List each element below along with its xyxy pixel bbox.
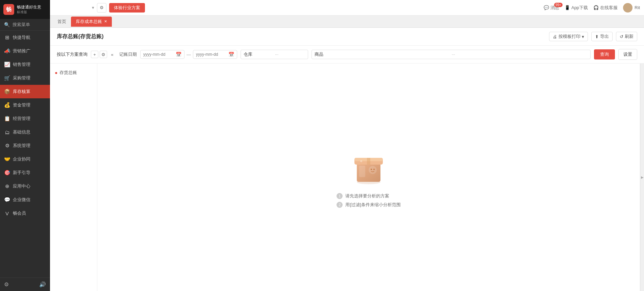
sales-icon: 📈 xyxy=(4,62,10,68)
sidebar-item-label: 经营管理 xyxy=(13,116,30,122)
sidebar-item-label: 畅会员 xyxy=(13,210,26,216)
export-label: 导出 xyxy=(600,33,609,40)
sidebar-item-label: 营销推广 xyxy=(13,48,30,54)
sidebar-item-cooperation[interactable]: 🤝 企业协同 xyxy=(0,152,50,166)
username-label: Rit xyxy=(635,5,640,10)
sidebar-item-quick-nav[interactable]: ⊞ 快捷导航 xyxy=(0,31,50,44)
refresh-label: 刷新 xyxy=(625,33,634,40)
warehouse-select[interactable]: 仓库 ··· xyxy=(241,50,308,59)
export-icon: ⬆ xyxy=(595,34,599,39)
purchase-icon: 🛒 xyxy=(4,75,10,81)
filter-bar: 按以下方案查询 + ⚙ « 记账日期 📅 — xyxy=(50,46,644,64)
print-label: 按模板打印 xyxy=(559,33,580,40)
basics-icon: 🗂 xyxy=(4,129,10,135)
phone-icon: 📱 xyxy=(565,5,570,10)
tab-home[interactable]: 首页 xyxy=(53,17,71,27)
warehouse-more-icon: ··· xyxy=(275,52,305,57)
sidebar-item-sales[interactable]: 📈 销售管理 xyxy=(0,58,50,71)
user-avatar[interactable]: Rit xyxy=(623,3,640,13)
date-to-input[interactable]: 📅 xyxy=(193,50,237,59)
print-button[interactable]: 🖨 按模板打印 ▾ xyxy=(549,32,588,41)
empty-hint-1: 1 请先选择要分析的方案 xyxy=(337,192,400,200)
breadcrumb-dropdown-icon[interactable]: ▾ xyxy=(92,5,94,10)
page-header: 库存总账(存货总账) 🖨 按模板打印 ▾ ⬆ 导出 ↺ 刷新 xyxy=(50,28,644,46)
tab-inventory-label: 库存成本总账 xyxy=(76,19,102,25)
topbar-settings-btn[interactable]: ⚙ xyxy=(97,3,106,13)
calendar-from-icon[interactable]: 📅 xyxy=(176,52,181,57)
collapse-filter-button[interactable]: « xyxy=(108,51,116,58)
settings-bottom-icon[interactable]: ⚙ xyxy=(4,281,9,288)
sidebar-search-menu[interactable]: 🔍 搜索菜单 xyxy=(0,19,50,31)
gear-icon: ⚙ xyxy=(100,5,104,10)
sidebar-menu: ⊞ 快捷导航 📣 营销推广 📈 销售管理 🛒 采购管理 📦 库存核算 💰 资金管… xyxy=(0,31,50,277)
breadcrumb-text xyxy=(54,5,89,11)
main-area: ▾ ⚙ 体验行业方案 💬 消息 99+ 📱 App下载 🎧 在线客服 Ri xyxy=(50,0,644,291)
operations-icon: 📋 xyxy=(4,116,10,122)
goods-select[interactable]: 商品 ··· xyxy=(312,50,591,59)
inventory-icon: 📦 xyxy=(4,89,10,95)
calendar-to-icon[interactable]: 📅 xyxy=(228,52,234,57)
sidebar-item-label: 快捷导航 xyxy=(13,34,30,41)
date-from-input[interactable]: 📅 xyxy=(140,50,184,59)
tab-close-icon[interactable]: ✕ xyxy=(104,19,107,24)
search-icon: 🔍 xyxy=(4,22,10,27)
settings-button[interactable]: 设置 xyxy=(618,49,637,60)
audio-bottom-icon[interactable]: 🔊 xyxy=(39,281,46,288)
topbar: ▾ ⚙ 体验行业方案 💬 消息 99+ 📱 App下载 🎧 在线客服 Ri xyxy=(50,0,644,16)
svg-point-7 xyxy=(360,160,362,162)
sidebar-item-purchase[interactable]: 🛒 采购管理 xyxy=(0,71,50,85)
sidebar-item-label: 基础信息 xyxy=(13,129,30,135)
sidebar-item-system[interactable]: ⚙ 系统管理 xyxy=(0,139,50,152)
right-panel-toggle[interactable]: ▶ xyxy=(640,64,644,291)
export-button[interactable]: ⬆ 导出 xyxy=(591,32,613,41)
filter-row: 按以下方案查询 + ⚙ « 记账日期 📅 — xyxy=(57,49,637,60)
topbar-left: ▾ ⚙ 体验行业方案 xyxy=(54,3,544,13)
online-service-link[interactable]: 🎧 在线客服 xyxy=(593,5,618,11)
print-dropdown-icon[interactable]: ▾ xyxy=(582,34,584,39)
app-download-link[interactable]: 📱 App下载 xyxy=(565,5,588,11)
sidebar-item-marketing[interactable]: 📣 营销推广 xyxy=(0,44,50,58)
date-field-label: 记账日期 xyxy=(119,51,137,57)
notification-bell[interactable]: 💬 消息 99+ xyxy=(544,5,559,11)
logo-icon: 畅 xyxy=(3,4,14,15)
sidebar-item-newbie[interactable]: 🎯 新手引导 xyxy=(0,166,50,179)
sidebar-item-label: 企业微信 xyxy=(13,197,30,203)
scheme-dot-icon: ● xyxy=(55,70,57,75)
svg-rect-3 xyxy=(359,166,365,177)
tab-inventory-cost[interactable]: 库存成本总账 ✕ xyxy=(71,17,112,27)
sidebar-item-label: 资金管理 xyxy=(13,102,30,108)
sidebar-item-operations[interactable]: 📋 经营管理 xyxy=(0,112,50,125)
filter-action-buttons: + ⚙ « xyxy=(91,51,116,58)
industry-solution-button[interactable]: 体验行业方案 xyxy=(109,3,145,13)
edit-filter-button[interactable]: ⚙ xyxy=(100,51,107,58)
quick-nav-icon: ⊞ xyxy=(4,34,10,41)
goods-more-icon: ··· xyxy=(452,52,588,57)
logo-subtitle: 标准版 xyxy=(17,10,41,15)
refresh-button[interactable]: ↺ 刷新 xyxy=(616,32,637,41)
sidebar-item-basics[interactable]: 🗂 基础信息 xyxy=(0,125,50,139)
online-service-label: 在线客服 xyxy=(600,5,618,11)
edit-icon: ⚙ xyxy=(101,52,105,57)
svg-point-8 xyxy=(369,166,377,174)
sidebar-item-inventory[interactable]: 📦 库存核算 xyxy=(0,85,50,98)
message-icon: 💬 xyxy=(544,5,549,10)
sidebar-item-label: 采购管理 xyxy=(13,75,30,81)
date-to-field[interactable] xyxy=(196,52,226,57)
sidebar-item-wechat[interactable]: 💬 企业微信 xyxy=(0,193,50,207)
scheme-item-inventory-ledger[interactable]: ● 存货总账 xyxy=(50,67,97,78)
finance-icon: 💰 xyxy=(4,102,10,108)
date-from-field[interactable] xyxy=(143,52,174,57)
page-title: 库存总账(存货总账) xyxy=(57,33,104,40)
empty-box-svg xyxy=(348,146,389,186)
sidebar-item-apps[interactable]: ⊕ 应用中心 xyxy=(0,179,50,193)
query-button[interactable]: 查询 xyxy=(594,49,615,59)
topbar-right: 💬 消息 99+ 📱 App下载 🎧 在线客服 Rit xyxy=(544,3,640,13)
svg-point-10 xyxy=(373,169,375,170)
add-filter-button[interactable]: + xyxy=(91,51,98,58)
sidebar-item-vip[interactable]: V 畅会员 xyxy=(0,207,50,220)
empty-state: 1 请先选择要分析的方案 2 用[过滤]条件来缩小分析范围 xyxy=(337,146,400,209)
sidebar-item-finance[interactable]: 💰 资金管理 xyxy=(0,98,50,112)
avatar-img xyxy=(623,3,633,13)
svg-rect-6 xyxy=(367,158,370,165)
sidebar-bottom: ⚙ 🔊 xyxy=(0,277,50,291)
